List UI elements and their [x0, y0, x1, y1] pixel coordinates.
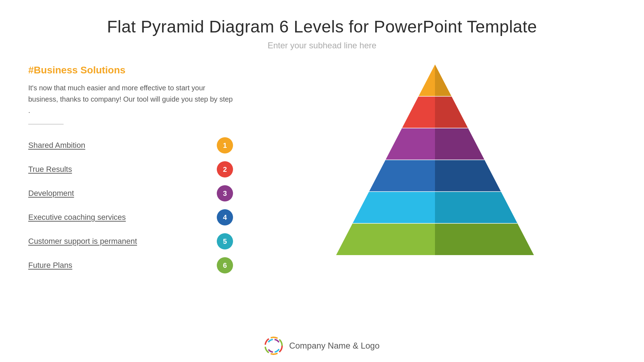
list-row: Development3	[28, 183, 233, 204]
company-logo-text: Company Name & Logo	[289, 341, 380, 351]
list-row: Shared Ambition1	[28, 135, 233, 156]
list-item-badge: 2	[217, 161, 233, 177]
left-panel: #Business Solutions It's now that much e…	[28, 61, 254, 276]
description: It's now that much easier and more effec…	[28, 82, 233, 116]
subhead: Enter your subhead line here	[107, 41, 537, 50]
divider	[28, 124, 64, 125]
list-item-badge: 5	[217, 233, 233, 249]
list-item-label[interactable]: Customer support is permanent	[28, 237, 137, 246]
right-panel	[254, 61, 616, 259]
list-item-label[interactable]: True Results	[28, 165, 72, 174]
business-tag: #Business Solutions	[28, 65, 233, 76]
company-logo-icon	[264, 337, 283, 355]
page: Flat Pyramid Diagram 6 Levels for PowerP…	[0, 0, 644, 362]
list-item-label[interactable]: Future Plans	[28, 261, 72, 270]
list-row: Customer support is permanent5	[28, 231, 233, 252]
footer: Company Name & Logo	[0, 326, 644, 362]
main-title: Flat Pyramid Diagram 6 Levels for PowerP…	[107, 17, 537, 36]
pyramid-container	[326, 61, 544, 259]
list-item-label[interactable]: Shared Ambition	[28, 141, 85, 150]
list-row: Executive coaching services4	[28, 207, 233, 228]
list-item-label[interactable]: Executive coaching services	[28, 213, 126, 222]
list-row: Future Plans6	[28, 255, 233, 276]
pyramid-svg	[326, 61, 544, 259]
list-item-badge: 6	[217, 257, 233, 273]
list-row: True Results2	[28, 159, 233, 180]
list-item-badge: 3	[217, 185, 233, 201]
list-items: Shared Ambition1True Results2Development…	[28, 135, 233, 276]
header: Flat Pyramid Diagram 6 Levels for PowerP…	[107, 0, 537, 54]
list-item-badge: 1	[217, 137, 233, 153]
list-item-label[interactable]: Development	[28, 189, 74, 198]
content-area: #Business Solutions It's now that much e…	[0, 54, 644, 326]
list-item-badge: 4	[217, 209, 233, 225]
